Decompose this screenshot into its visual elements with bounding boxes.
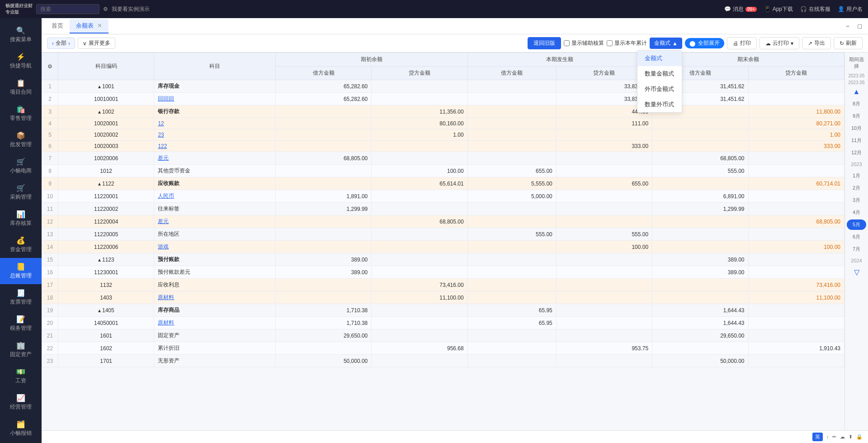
return-old-button[interactable]: 退回旧版 <box>528 37 561 49</box>
sidebar-item-inventory[interactable]: 📊 库存核算 <box>0 205 42 232</box>
settings-gear-icon[interactable]: ⚙ <box>47 63 52 70</box>
month-8[interactable]: 8月 <box>847 99 866 109</box>
print-button[interactable]: 🖨 打印 <box>727 37 757 49</box>
download-button[interactable]: 📱 App下载 <box>764 5 793 13</box>
table-row-code: 11220006 <box>58 241 154 253</box>
show-auxiliary-checkbox[interactable]: 显示辅助核算 <box>564 39 604 47</box>
table-row-code: ▴ 1001 <box>58 80 154 93</box>
table-row-subject[interactable]: 原材料 <box>154 317 276 329</box>
month-3[interactable]: 3月 <box>847 195 866 205</box>
month-2[interactable]: 2月 <box>847 183 866 193</box>
table-row-code: 11220005 <box>58 228 154 241</box>
col-header-settings[interactable]: ⚙ <box>42 53 58 80</box>
demo-link[interactable]: 我要看实例演示 <box>112 5 150 13</box>
table-row-cur-debit <box>467 279 556 291</box>
expand-all-toggle[interactable]: ⬤ 全部展开 <box>685 38 724 48</box>
month-4[interactable]: 4月 <box>847 207 866 218</box>
month-6[interactable]: 6月 <box>847 232 866 242</box>
forward-icon[interactable]: › <box>68 40 70 47</box>
table-row-subject[interactable]: 无形资产 <box>154 355 276 367</box>
table-row-cl-credit <box>748 329 844 342</box>
sidebar-label-shortcut: 快捷导航 <box>2 62 40 70</box>
tab-home[interactable]: 首页 <box>45 19 70 33</box>
tab-maximize-button[interactable]: □ <box>855 21 864 31</box>
tab-balance[interactable]: 余额表 ✕ <box>70 19 108 33</box>
nav-down-arrow[interactable]: ▽ <box>853 267 860 277</box>
amount-type-button[interactable]: 金额式 ▲ <box>650 38 682 49</box>
service-button[interactable]: 🎧 在线客服 <box>800 5 830 13</box>
refresh-button[interactable]: ↻ 刷新 <box>834 37 863 49</box>
month-7[interactable]: 7月 <box>847 244 866 254</box>
table-row-subject[interactable]: 回回回 <box>154 93 276 105</box>
nav-up-arrow[interactable]: ▲ <box>852 87 861 97</box>
table-row-op-credit <box>372 355 467 367</box>
sidebar-item-invoice[interactable]: 🧾 发票管理 <box>0 284 42 310</box>
sidebar-item-accounting[interactable]: 📒 总账管理 <box>0 258 42 284</box>
top-search-input[interactable] <box>36 4 99 14</box>
dropdown-item-qty-amount[interactable]: 数量金额式 <box>637 66 682 81</box>
cloud-print-button[interactable]: ☁ 云打印 ▾ <box>760 37 799 49</box>
table-row-op-credit <box>372 304 467 317</box>
table-row-subject[interactable]: 游戏 <box>154 241 276 253</box>
user-avatar[interactable]: 👤 用户名 <box>838 5 863 13</box>
sidebar-item-assets[interactable]: 🏢 固定资产 <box>0 337 42 363</box>
table-row-subject[interactable]: 应收账款 <box>154 177 276 190</box>
sidebar-item-salary[interactable]: 💵 工资 <box>0 363 42 389</box>
table-row-op-credit <box>372 152 467 165</box>
tab-minimize-button[interactable]: － <box>842 21 854 31</box>
dropdown-item-qty-foreign[interactable]: 数量外币式 <box>637 97 682 112</box>
dropdown-item-foreign-amount[interactable]: 外币金额式 <box>637 81 682 97</box>
table-row-subject[interactable]: 库存商品 <box>154 304 276 317</box>
table-row-num: 10 <box>42 190 58 203</box>
auxiliary-check[interactable] <box>564 40 570 46</box>
table-row-subject[interactable]: 固定资产 <box>154 329 276 342</box>
sidebar-item-search[interactable]: 🔍 搜索菜单 <box>0 22 42 48</box>
table-row-subject[interactable]: 差元 <box>154 152 276 165</box>
table-row-op-credit <box>372 141 467 152</box>
sidebar-item-ecommerce[interactable]: 🛒 小畅电商 <box>0 153 42 179</box>
table-row-subject[interactable]: 原材料 <box>154 291 276 304</box>
message-button[interactable]: 💬 消息 99+ <box>724 5 757 13</box>
sidebar-item-wholesale[interactable]: 📦 批发管理 <box>0 127 42 153</box>
table-row-subject[interactable]: 预付账款差元 <box>154 266 276 279</box>
sidebar-item-capital[interactable]: 💰 资金管理 <box>0 232 42 258</box>
back-icon[interactable]: ‹ <box>52 40 54 47</box>
export-button[interactable]: ↗ 导出 <box>802 37 831 49</box>
sidebar-item-purchase[interactable]: 🛒 采购管理 <box>0 179 42 205</box>
sidebar-item-shortcut[interactable]: ⚡ 快捷导航 <box>0 48 42 74</box>
month-11[interactable]: 11月 <box>847 135 866 146</box>
dropdown-item-amount[interactable]: 金额式 <box>637 51 682 66</box>
amount-type-dropdown[interactable]: 金额式 ▲ 金额式 数量金额式 外币金额式 数量外币式 <box>650 38 682 49</box>
table-row-subject[interactable]: 122 <box>154 141 276 152</box>
table-row-subject[interactable]: 银行存款 <box>154 105 276 118</box>
show-ytd-checkbox[interactable]: 显示本年累计 <box>607 39 647 47</box>
table-row-subject[interactable]: 预付账款 <box>154 253 276 266</box>
month-1[interactable]: 1月 <box>847 171 866 181</box>
table-row-subject[interactable]: 库存现金 <box>154 80 276 93</box>
table-row-subject[interactable]: 往来标签 <box>154 203 276 215</box>
expand-more-button[interactable]: ∨ 展开更多 <box>78 38 115 49</box>
table-row-subject[interactable]: 12 <box>154 118 276 129</box>
table-row-subject[interactable]: 应收利息 <box>154 279 276 291</box>
month-10[interactable]: 10月 <box>847 123 866 133</box>
tab-close-button[interactable]: ✕ <box>97 22 102 29</box>
table-row-subject[interactable]: 人民币 <box>154 190 276 203</box>
month-12[interactable]: 12月 <box>847 148 866 158</box>
table-row-subject[interactable]: 差元 <box>154 215 276 228</box>
status-icon-lang[interactable]: 英 <box>812 433 823 441</box>
table-row-cl-credit: 333.00 <box>748 141 844 152</box>
table-row-subject[interactable]: 其他货币资金 <box>154 165 276 177</box>
table-row-subject[interactable]: 累计折旧 <box>154 342 276 355</box>
settings-icon[interactable]: ⚙ <box>103 6 108 12</box>
sidebar-item-report[interactable]: 🗂️ 小畅报销 <box>0 415 42 442</box>
table-row-subject[interactable]: 所在地区 <box>154 228 276 241</box>
ytd-check[interactable] <box>607 40 613 46</box>
period-label: 期间选择 <box>847 56 866 70</box>
sidebar-item-operation[interactable]: 📈 经营管理 <box>0 389 42 415</box>
sidebar-item-project[interactable]: 📋 项目合同 <box>0 74 42 100</box>
month-9[interactable]: 9月 <box>847 111 866 121</box>
month-5[interactable]: 5月 <box>847 219 866 230</box>
sidebar-item-retail[interactable]: 🛍️ 零售管理 <box>0 100 42 127</box>
sidebar-item-tax[interactable]: 📝 税务管理 <box>0 310 42 337</box>
table-row-subject[interactable]: 23 <box>154 129 276 141</box>
